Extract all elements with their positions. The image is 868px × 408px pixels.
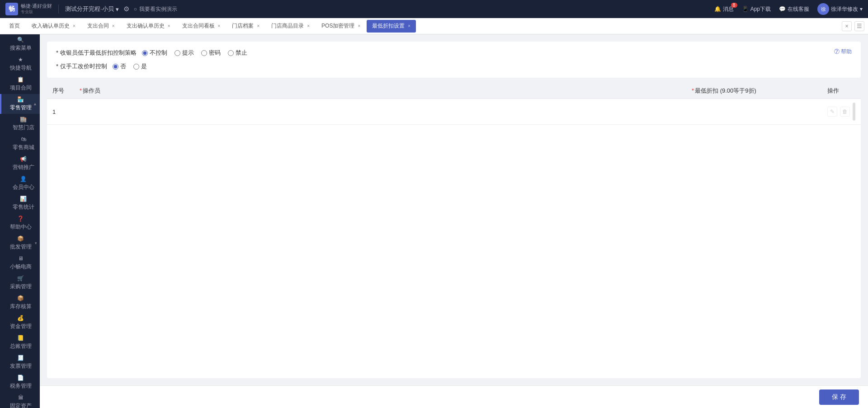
tab-store-files[interactable]: 门店档案 × [226, 20, 265, 33]
manual-option-yes[interactable]: 是 [133, 62, 147, 70]
policy-option-no-control[interactable]: 不控制 [142, 49, 167, 57]
logo-text: 畅捷·通好业财 [21, 3, 52, 9]
purchase-mgmt-icon: 🛒 [17, 275, 24, 281]
manual-option-no[interactable]: 否 [113, 62, 126, 70]
main-layout: 🔍 搜索菜单 ★ 快捷导航 📋 项目合同 🏪 零售管理 ▲ 🏬 智慧门店 🛍 零… [0, 34, 868, 408]
sidebar-item-finance-mgmt[interactable]: 💰 资金管理 [0, 313, 40, 333]
tab-payment-contract-board-close[interactable]: × [218, 23, 221, 28]
close-tab-action[interactable]: × [842, 21, 852, 31]
tab-min-discount-label: 最低折扣设置 [372, 22, 405, 30]
sidebar-item-invoice-mgmt[interactable]: 🧾 发票管理 [0, 352, 40, 372]
tab-payment-confirm-history-close[interactable]: × [168, 23, 170, 28]
tab-home[interactable]: 首页 [4, 20, 25, 33]
tab-income-history[interactable]: 收入确认单历史 × [26, 20, 81, 33]
sidebar-item-retail-stats[interactable]: 📊 零售统计 [0, 193, 40, 213]
sidebar-label-ledger-mgmt: 总账管理 [10, 342, 32, 350]
data-table: 序号 *操作员 *最低折扣 (9.00等于9折) 操作 1 [47, 83, 861, 125]
tab-pos-password-label: POS加密管理 [321, 22, 354, 30]
policy-option-forbid-label: 禁止 [236, 49, 247, 57]
sidebar-item-wholesale-mgmt[interactable]: 📦 批发管理 ▾ [0, 233, 40, 253]
app-download-button[interactable]: 📱 App下载 [742, 5, 771, 13]
sidebar-item-ecommerce[interactable]: 🖥 小畅电商 [0, 253, 40, 273]
th-seq: 序号 [47, 83, 74, 99]
customer-service-button[interactable]: 💬 在线客服 [779, 5, 809, 13]
sidebar-label-tax-mgmt: 税务管理 [10, 382, 32, 390]
retail-mgmt-icon: 🏪 [17, 96, 24, 103]
avatar: 徐 [817, 3, 829, 15]
topbar: 畅 畅捷·通好业财 专业版 测试分开完程·小贝 ▾ ⚙ ○ 我要看实例演示 🔔 … [0, 0, 868, 18]
tab-min-discount[interactable]: 最低折扣设置 × [367, 20, 416, 33]
sidebar-item-smart-store[interactable]: 🏬 智慧门店 [0, 114, 40, 134]
sidebar-item-tax-mgmt[interactable]: 📄 税务管理 [0, 372, 40, 392]
sidebar-item-project-contract[interactable]: 📋 项目合同 [0, 74, 40, 94]
sidebar-label-quick-nav: 快捷导航 [10, 64, 32, 72]
user-name: 徐泽华修改 [831, 5, 858, 13]
tab-payment-contract[interactable]: 支出合同 × [82, 20, 120, 33]
sidebar-item-member-center[interactable]: 👤 会员中心 [0, 174, 40, 193]
topbar-right: 🔔 消息 8 📱 App下载 💬 在线客服 徐 徐泽华修改 ▾ [714, 3, 863, 15]
manual-option-yes-label: 是 [141, 62, 147, 70]
content-inner: ⑦ 帮助 * 收银员低于最低折扣控制策略 不控制 提示 [40, 34, 868, 385]
sidebar-item-ledger-mgmt[interactable]: 📒 总账管理 [0, 333, 40, 352]
th-action: 操作 [822, 83, 861, 99]
customer-service-label: 在线客服 [788, 5, 809, 13]
sidebar-label-help-center: 帮助中心 [10, 223, 32, 231]
sidebar-label-search: 搜索菜单 [10, 44, 32, 52]
policy-option-password-label: 密码 [209, 49, 221, 57]
sidebar-label-invoice-mgmt: 发票管理 [10, 362, 32, 370]
tab-store-products-close[interactable]: × [307, 23, 310, 28]
tab-store-files-close[interactable]: × [257, 23, 259, 28]
service-icon: 💬 [779, 6, 786, 12]
fixed-assets-icon: 🏛 [18, 394, 24, 401]
save-button[interactable]: 保 存 [819, 389, 859, 405]
demo-icon: ○ [134, 6, 137, 12]
table-body: 1 ✎ 🗑 [47, 99, 861, 125]
sidebar-label-marketing: 营销推广 [13, 164, 34, 171]
sidebar-item-help-center[interactable]: ❓ 帮助中心 [0, 213, 40, 233]
tab-payment-contract-board[interactable]: 支出合同看板 × [177, 20, 226, 33]
tab-pos-password[interactable]: POS加密管理 × [316, 20, 366, 33]
sidebar-item-retail-mgmt[interactable]: 🏪 零售管理 ▲ [0, 94, 40, 114]
policy-option-forbid[interactable]: 禁止 [228, 49, 247, 57]
policy-option-password[interactable]: 密码 [201, 49, 221, 57]
policy-radio-group: 不控制 提示 密码 禁止 [142, 49, 247, 57]
sidebar-label-finance-mgmt: 资金管理 [10, 323, 32, 330]
sidebar-item-search[interactable]: 🔍 搜索菜单 [0, 34, 40, 54]
policy-option-remind[interactable]: 提示 [175, 49, 194, 57]
demo-button[interactable]: ○ 我要看实例演示 [134, 5, 177, 13]
sidebar-label-retail-mall: 零售商城 [13, 144, 34, 151]
sidebar-label-member-center: 会员中心 [13, 183, 34, 191]
project-selector[interactable]: 测试分开完程·小贝 ▾ [65, 5, 119, 13]
sidebar-item-retail-mall[interactable]: 🛍 零售商城 [0, 134, 40, 154]
action-icons: ✎ 🗑 [827, 103, 855, 121]
topbar-left: 畅 畅捷·通好业财 专业版 测试分开完程·小贝 ▾ ⚙ ○ 我要看实例演示 [5, 3, 177, 15]
smart-store-icon: 🏬 [20, 116, 27, 122]
notifications-button[interactable]: 🔔 消息 8 [714, 5, 734, 13]
sidebar-item-fixed-assets[interactable]: 🏛 固定资产 [0, 392, 40, 408]
save-bar: 保 存 [40, 385, 868, 408]
sidebar-item-purchase-mgmt[interactable]: 🛒 采购管理 [0, 273, 40, 293]
sidebar-item-marketing[interactable]: 📢 营销推广 [0, 154, 40, 174]
app-icon: 📱 [742, 6, 749, 12]
tab-pos-password-close[interactable]: × [358, 23, 360, 28]
settings-button[interactable]: ⚙ [123, 5, 129, 13]
delete-row-button[interactable]: 🗑 [840, 107, 850, 117]
form-card: ⑦ 帮助 * 收银员低于最低折扣控制策略 不控制 提示 [47, 42, 861, 78]
tab-payment-contract-close[interactable]: × [112, 23, 115, 28]
tab-store-products[interactable]: 门店商品目录 × [266, 20, 315, 33]
edit-row-button[interactable]: ✎ [827, 107, 837, 117]
sidebar-item-quick-nav[interactable]: ★ 快捷导航 [0, 54, 40, 74]
tab-income-history-close[interactable]: × [73, 23, 75, 28]
marketing-icon: 📢 [20, 156, 27, 162]
tab-payment-confirm-history[interactable]: 支出确认单历史 × [121, 20, 176, 33]
tab-store-files-label: 门店档案 [232, 22, 254, 30]
help-button[interactable]: ⑦ 帮助 [834, 48, 852, 56]
manual-row: * 仅手工改价时控制 否 是 [56, 62, 852, 70]
tab-menu-action[interactable]: ☰ [854, 21, 864, 31]
table-scroll-handle[interactable] [853, 103, 855, 121]
sidebar-item-inventory[interactable]: 📦 库存核算 [0, 293, 40, 313]
sidebar: 🔍 搜索菜单 ★ 快捷导航 📋 项目合同 🏪 零售管理 ▲ 🏬 智慧门店 🛍 零… [0, 34, 40, 408]
tab-min-discount-close[interactable]: × [408, 23, 410, 28]
user-menu[interactable]: 徐 徐泽华修改 ▾ [817, 3, 863, 15]
sidebar-label-project-contract: 项目合同 [10, 84, 32, 92]
